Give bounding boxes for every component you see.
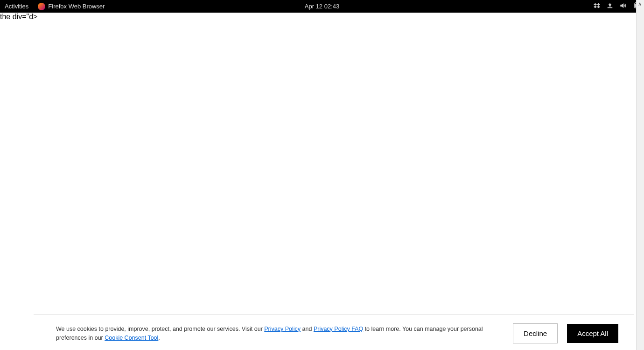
accept-button[interactable]: Accept All bbox=[567, 324, 618, 343]
cookie-banner: We use cookies to provide, improve, prot… bbox=[34, 314, 634, 350]
cookie-tool-link[interactable]: Cookie Consent Tool bbox=[105, 335, 158, 341]
privacy-policy-link[interactable]: Privacy Policy bbox=[264, 326, 301, 332]
cookie-text: We use cookies to provide, improve, prot… bbox=[56, 325, 504, 343]
window-scrollbar[interactable]: ∧ bbox=[636, 0, 644, 350]
privacy-faq-link[interactable]: Privacy Policy FAQ bbox=[314, 326, 363, 332]
active-app-indicator[interactable]: Firefox Web Browser bbox=[38, 3, 105, 10]
dropbox-tray-icon[interactable] bbox=[594, 2, 600, 10]
activities-button[interactable]: Activities bbox=[5, 3, 28, 10]
decline-button[interactable]: Decline bbox=[513, 323, 558, 343]
volume-tray-icon[interactable] bbox=[620, 2, 626, 10]
network-tray-icon[interactable] bbox=[607, 2, 613, 10]
gnome-top-bar: Activities Firefox Web Browser Apr 12 02… bbox=[0, 0, 644, 13]
clock[interactable]: Apr 12 02:43 bbox=[305, 3, 339, 10]
active-app-label: Firefox Web Browser bbox=[48, 3, 105, 10]
firefox-small-icon bbox=[38, 3, 45, 10]
